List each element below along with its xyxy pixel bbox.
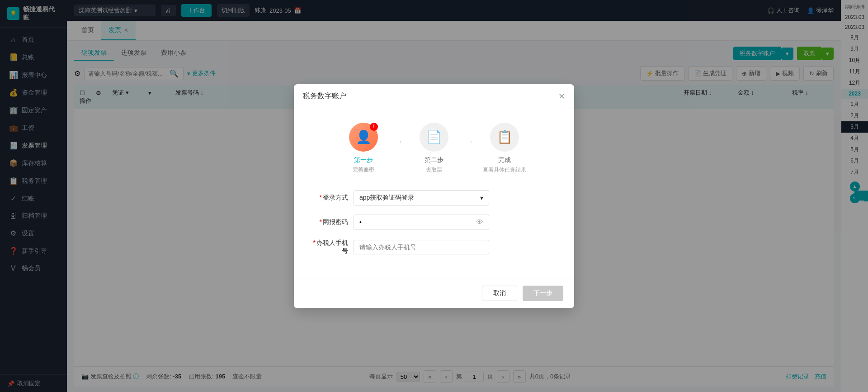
step-1: 👤 ! 第一步 完善账密 — [336, 123, 391, 174]
phone-label: 办税人手机号 — [312, 239, 348, 255]
modal-overlay: 税务数字账户 ✕ 👤 ! 第一步 完善账密 → — [0, 0, 868, 392]
step3-icon-wrap: 📋 — [490, 123, 519, 152]
step1-desc: 完善账密 — [353, 166, 374, 174]
step2-doc-icon: 📄 — [426, 129, 442, 144]
modal-title: 税务数字账户 — [303, 91, 346, 101]
login-method-select[interactable]: app获取验证码登录 ▾ — [354, 190, 489, 206]
password-label: 网报密码 — [312, 218, 348, 226]
step2-icon-wrap: 📄 — [420, 123, 448, 152]
step-3: 📋 完成 查看具体任务结果 — [477, 123, 532, 174]
modal-footer: 取消 下一步 — [294, 278, 574, 308]
arrow2: → — [465, 136, 474, 160]
step2-desc: 去取票 — [426, 166, 442, 174]
chevron-down-icon: ▾ — [480, 194, 483, 201]
arrow1: → — [394, 136, 403, 160]
modal-close-button[interactable]: ✕ — [558, 91, 565, 101]
step1-badge: ! — [370, 123, 378, 131]
password-input[interactable] — [359, 219, 472, 226]
step1-icon-wrap: 👤 ! — [349, 123, 378, 152]
step3-label: 完成 — [498, 156, 511, 164]
step3-desc: 查看具体任务结果 — [483, 166, 526, 174]
tax-account-modal: 税务数字账户 ✕ 👤 ! 第一步 完善账密 → — [294, 84, 574, 308]
step-2: 📄 第二步 去取票 — [407, 123, 461, 174]
next-button[interactable]: 下一步 — [523, 286, 563, 301]
modal-header: 税务数字账户 ✕ — [294, 84, 574, 109]
step1-person-icon: 👤 — [356, 129, 372, 144]
step2-label: 第二步 — [425, 156, 443, 164]
login-method-value: app获取验证码登录 — [359, 194, 414, 202]
password-wrapper: 👁 — [354, 215, 489, 230]
step1-label: 第一步 — [354, 156, 373, 164]
steps-indicator: 👤 ! 第一步 完善账密 → 📄 第二步 去取票 → — [312, 123, 556, 174]
login-method-label: 登录方式 — [312, 194, 348, 202]
login-method-row: 登录方式 app获取验证码登录 ▾ — [312, 190, 556, 206]
modal-body: 👤 ! 第一步 完善账密 → 📄 第二步 去取票 → — [294, 109, 574, 278]
eye-icon[interactable]: 👁 — [476, 218, 483, 226]
password-row: 网报密码 👁 — [312, 215, 556, 230]
phone-row: 办税人手机号 — [312, 239, 556, 255]
step3-list-icon: 📋 — [497, 129, 513, 144]
cancel-button[interactable]: 取消 — [482, 286, 517, 301]
phone-input[interactable] — [354, 240, 489, 254]
